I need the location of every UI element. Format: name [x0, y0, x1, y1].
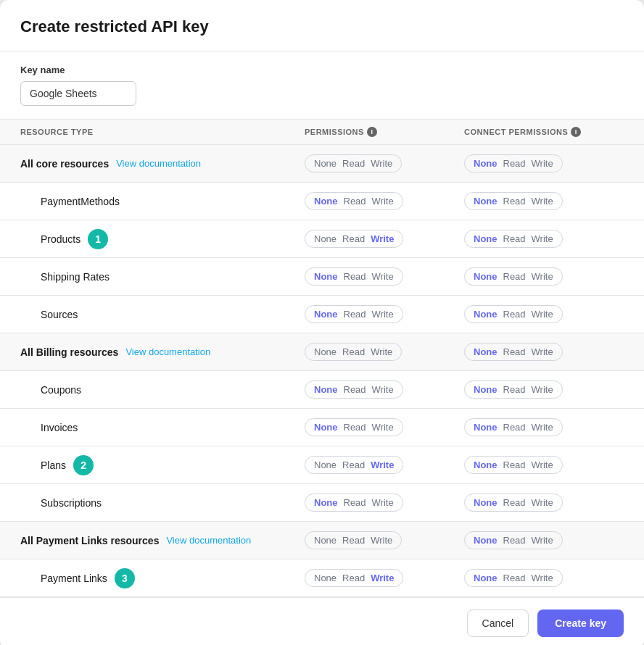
perm-read-subscriptions[interactable]: Read	[344, 497, 366, 508]
perm-write-products[interactable]: Write	[371, 233, 394, 244]
perm-none-billing[interactable]: None	[314, 346, 337, 357]
connect-write-all-core[interactable]: Write	[532, 158, 553, 169]
perm-write-coupons[interactable]: Write	[372, 384, 394, 395]
perm-write-pm[interactable]: Write	[372, 196, 394, 207]
cancel-button[interactable]: Cancel	[467, 609, 529, 637]
perm-read-plans[interactable]: Read	[342, 459, 365, 470]
connect-write-invoices[interactable]: Write	[532, 422, 553, 433]
perm-none-pm[interactable]: None	[314, 196, 338, 207]
connect-perm-payment-methods: None Read Write	[464, 192, 624, 210]
connect-read-products[interactable]: Read	[503, 233, 526, 244]
connect-read-apl[interactable]: Read	[503, 535, 526, 546]
view-doc-payment-links[interactable]: View documentation	[166, 535, 251, 546]
connect-none-plans[interactable]: None	[474, 459, 498, 470]
connect-write-products[interactable]: Write	[532, 233, 553, 244]
perm-none-invoices[interactable]: None	[314, 422, 338, 433]
perm-write-invoices[interactable]: Write	[372, 422, 394, 433]
perm-read-apl[interactable]: Read	[342, 535, 365, 546]
resource-all-payment-links: All Payment Links resources View documen…	[20, 535, 305, 546]
perm-none-subscriptions[interactable]: None	[314, 497, 338, 508]
perm-write-billing[interactable]: Write	[371, 346, 392, 357]
connect-write-coupons[interactable]: Write	[532, 384, 553, 395]
view-doc-all-core[interactable]: View documentation	[116, 158, 201, 169]
perm-read-coupons[interactable]: Read	[344, 384, 366, 395]
connect-none-all-core[interactable]: None	[474, 158, 498, 169]
connect-read-subscriptions[interactable]: Read	[503, 497, 526, 508]
connect-none-pl[interactable]: None	[474, 573, 498, 583]
perm-read-sources[interactable]: Read	[344, 309, 366, 320]
perm-read-pm[interactable]: Read	[344, 196, 366, 207]
connect-none-sources[interactable]: None	[474, 309, 498, 320]
resource-subscriptions: Subscriptions	[41, 497, 305, 509]
connect-permissions-info-icon[interactable]: i	[571, 127, 581, 137]
perm-write-sources[interactable]: Write	[372, 309, 394, 320]
connect-pill-all-core: None Read Write	[464, 154, 563, 172]
perm-read-all-core[interactable]: Read	[342, 158, 365, 169]
perm-read-products[interactable]: Read	[342, 233, 365, 244]
create-api-key-modal: Create restricted API key Key name RESOU…	[0, 0, 644, 645]
perm-sources: None Read Write	[305, 305, 464, 323]
connect-read-sources[interactable]: Read	[503, 309, 526, 320]
connect-write-sr[interactable]: Write	[532, 271, 553, 282]
connect-perm-shipping-rates: None Read Write	[464, 267, 624, 286]
connect-none-apl[interactable]: None	[474, 535, 498, 546]
perm-none-plans[interactable]: None	[314, 459, 337, 470]
perm-none-sr[interactable]: None	[314, 271, 338, 282]
perm-none-pl[interactable]: None	[314, 573, 337, 583]
connect-read-pm[interactable]: Read	[503, 196, 526, 207]
connect-write-pm[interactable]: Write	[532, 196, 553, 207]
view-doc-billing[interactable]: View documentation	[125, 346, 210, 357]
connect-none-sr[interactable]: None	[474, 271, 498, 282]
connect-read-invoices[interactable]: Read	[503, 422, 526, 433]
connect-none-coupons[interactable]: None	[474, 384, 498, 395]
table-header-row: RESOURCE TYPE PERMISSIONS i CONNECT PERM…	[0, 120, 644, 145]
connect-none-pm[interactable]: None	[474, 196, 498, 207]
connect-read-pl[interactable]: Read	[503, 573, 526, 583]
resource-products: Products 1	[41, 229, 305, 249]
perm-products: None Read Write	[305, 230, 464, 248]
perm-write-apl[interactable]: Write	[371, 535, 392, 546]
connect-none-products[interactable]: None	[474, 233, 498, 244]
connect-read-plans[interactable]: Read	[503, 459, 526, 470]
modal-header: Create restricted API key	[0, 0, 644, 51]
resource-payment-links: Payment Links 3	[41, 568, 305, 588]
perm-read-invoices[interactable]: Read	[344, 422, 366, 433]
connect-none-invoices[interactable]: None	[474, 422, 498, 433]
perm-none-products[interactable]: None	[314, 233, 337, 244]
row-coupons: Coupons None Read Write None Read Write	[0, 371, 644, 409]
connect-read-sr[interactable]: Read	[503, 271, 526, 282]
perm-plans: None Read Write	[305, 456, 464, 474]
perm-invoices: None Read Write	[305, 418, 464, 436]
connect-write-sources[interactable]: Write	[532, 309, 553, 320]
connect-perm-all-payment-links: None Read Write	[464, 531, 624, 549]
permissions-info-icon[interactable]: i	[367, 127, 377, 137]
perm-read-sr[interactable]: Read	[344, 271, 366, 282]
perm-read-pl[interactable]: Read	[342, 573, 365, 583]
connect-write-subscriptions[interactable]: Write	[532, 497, 553, 508]
perm-write-pl[interactable]: Write	[371, 573, 394, 583]
resource-shipping-rates: Shipping Rates	[41, 271, 305, 283]
connect-none-billing[interactable]: None	[474, 346, 498, 357]
perm-write-plans[interactable]: Write	[371, 459, 394, 470]
connect-read-billing[interactable]: Read	[503, 346, 526, 357]
perm-write-subscriptions[interactable]: Write	[372, 497, 394, 508]
connect-write-pl[interactable]: Write	[532, 573, 553, 583]
perm-read-billing[interactable]: Read	[342, 346, 365, 357]
connect-none-subscriptions[interactable]: None	[474, 497, 498, 508]
perm-none-sources[interactable]: None	[314, 309, 338, 320]
connect-read-all-core[interactable]: Read	[503, 158, 526, 169]
perm-none-all-core[interactable]: None	[314, 158, 337, 169]
perm-none-coupons[interactable]: None	[314, 384, 338, 395]
connect-perm-products: None Read Write	[464, 230, 624, 248]
create-key-button[interactable]: Create key	[537, 609, 624, 637]
connect-read-coupons[interactable]: Read	[503, 384, 526, 395]
perm-none-apl[interactable]: None	[314, 535, 337, 546]
connect-write-apl[interactable]: Write	[532, 535, 553, 546]
connect-write-billing[interactable]: Write	[532, 346, 553, 357]
connect-write-plans[interactable]: Write	[532, 459, 553, 470]
connect-perm-invoices: None Read Write	[464, 418, 624, 436]
key-name-input[interactable]	[20, 81, 136, 106]
connect-perm-subscriptions: None Read Write	[464, 494, 624, 512]
perm-write-sr[interactable]: Write	[372, 271, 394, 282]
perm-write-all-core[interactable]: Write	[371, 158, 392, 169]
